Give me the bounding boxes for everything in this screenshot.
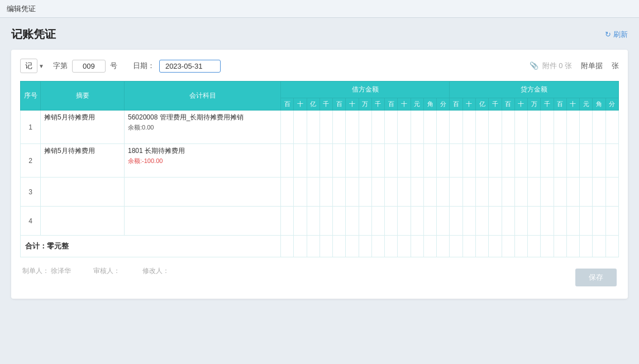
credit-amount-cell[interactable] xyxy=(489,178,502,207)
debit-amount-cell[interactable] xyxy=(385,178,398,207)
credit-amount-cell[interactable] xyxy=(541,111,554,144)
debit-amount-cell[interactable] xyxy=(423,111,436,144)
account-cell[interactable]: 56020008 管理费用_长期待摊费用摊销余额:0.00 xyxy=(125,111,281,144)
credit-amount-cell[interactable] xyxy=(502,207,514,236)
refresh-button[interactable]: ↻ 刷新 xyxy=(605,30,628,40)
credit-amount-cell[interactable] xyxy=(462,178,475,207)
credit-amount-cell[interactable] xyxy=(554,178,566,207)
debit-amount-cell[interactable] xyxy=(320,178,332,207)
debit-amount-cell[interactable] xyxy=(359,207,371,236)
debit-amount-cell[interactable] xyxy=(333,144,346,178)
attach-link[interactable]: 📎 附件 0 张 xyxy=(530,61,572,71)
debit-amount-cell[interactable] xyxy=(281,144,294,178)
summary-cell[interactable]: 摊销5月待摊费用 xyxy=(41,144,125,178)
debit-amount-cell[interactable] xyxy=(307,178,320,207)
credit-amount-cell[interactable] xyxy=(475,178,488,207)
debit-amount-cell[interactable] xyxy=(398,178,411,207)
summary-cell[interactable]: 摊销5月待摊费用 xyxy=(41,111,125,144)
credit-amount-cell[interactable] xyxy=(566,111,579,144)
debit-amount-cell[interactable] xyxy=(371,207,384,236)
account-cell[interactable] xyxy=(125,207,281,236)
credit-amount-cell[interactable] xyxy=(450,207,462,236)
credit-amount-cell[interactable] xyxy=(528,111,541,144)
debit-amount-cell[interactable] xyxy=(320,111,332,144)
debit-amount-cell[interactable] xyxy=(359,144,371,178)
credit-amount-cell[interactable] xyxy=(580,207,593,236)
debit-amount-cell[interactable] xyxy=(307,111,320,144)
debit-amount-cell[interactable] xyxy=(333,207,346,236)
debit-amount-cell[interactable] xyxy=(398,144,411,178)
credit-amount-cell[interactable] xyxy=(593,178,605,207)
debit-amount-cell[interactable] xyxy=(423,178,436,207)
credit-amount-cell[interactable] xyxy=(605,111,618,144)
credit-amount-cell[interactable] xyxy=(514,178,527,207)
debit-amount-cell[interactable] xyxy=(294,144,307,178)
debit-amount-cell[interactable] xyxy=(346,144,359,178)
credit-amount-cell[interactable] xyxy=(541,178,554,207)
debit-amount-cell[interactable] xyxy=(398,111,411,144)
debit-amount-cell[interactable] xyxy=(346,207,359,236)
debit-amount-cell[interactable] xyxy=(385,144,398,178)
debit-amount-cell[interactable] xyxy=(307,144,320,178)
credit-amount-cell[interactable] xyxy=(475,144,488,178)
credit-amount-cell[interactable] xyxy=(605,144,618,178)
credit-amount-cell[interactable] xyxy=(566,207,579,236)
credit-amount-cell[interactable] xyxy=(462,111,475,144)
credit-amount-cell[interactable] xyxy=(514,207,527,236)
debit-amount-cell[interactable] xyxy=(411,178,423,207)
debit-amount-cell[interactable] xyxy=(320,207,332,236)
credit-amount-cell[interactable] xyxy=(541,144,554,178)
credit-amount-cell[interactable] xyxy=(450,144,462,178)
debit-amount-cell[interactable] xyxy=(371,111,384,144)
credit-amount-cell[interactable] xyxy=(514,111,527,144)
debit-amount-cell[interactable] xyxy=(411,207,423,236)
credit-amount-cell[interactable] xyxy=(489,111,502,144)
debit-amount-cell[interactable] xyxy=(437,178,450,207)
credit-amount-cell[interactable] xyxy=(593,111,605,144)
summary-cell[interactable] xyxy=(41,207,125,236)
debit-amount-cell[interactable] xyxy=(411,111,423,144)
credit-amount-cell[interactable] xyxy=(528,178,541,207)
debit-amount-cell[interactable] xyxy=(371,178,384,207)
debit-amount-cell[interactable] xyxy=(385,111,398,144)
credit-amount-cell[interactable] xyxy=(605,178,618,207)
credit-amount-cell[interactable] xyxy=(514,144,527,178)
credit-amount-cell[interactable] xyxy=(502,178,514,207)
credit-amount-cell[interactable] xyxy=(593,144,605,178)
credit-amount-cell[interactable] xyxy=(566,178,579,207)
debit-amount-cell[interactable] xyxy=(398,207,411,236)
debit-amount-cell[interactable] xyxy=(423,144,436,178)
credit-amount-cell[interactable] xyxy=(554,144,566,178)
credit-amount-cell[interactable] xyxy=(580,111,593,144)
credit-amount-cell[interactable] xyxy=(489,207,502,236)
debit-amount-cell[interactable] xyxy=(281,178,294,207)
account-cell[interactable]: 1801 长期待摊费用余额:-100.00 xyxy=(125,144,281,178)
credit-amount-cell[interactable] xyxy=(554,207,566,236)
debit-amount-cell[interactable] xyxy=(385,207,398,236)
debit-amount-cell[interactable] xyxy=(281,111,294,144)
debit-amount-cell[interactable] xyxy=(359,111,371,144)
fudanju-button[interactable]: 附单据 xyxy=(581,61,603,71)
debit-amount-cell[interactable] xyxy=(281,207,294,236)
debit-amount-cell[interactable] xyxy=(294,111,307,144)
credit-amount-cell[interactable] xyxy=(502,144,514,178)
debit-amount-cell[interactable] xyxy=(423,207,436,236)
debit-amount-cell[interactable] xyxy=(371,144,384,178)
credit-amount-cell[interactable] xyxy=(450,111,462,144)
credit-amount-cell[interactable] xyxy=(528,144,541,178)
summary-cell[interactable] xyxy=(41,178,125,207)
zi-number-input[interactable] xyxy=(72,60,106,73)
save-button[interactable]: 保存 xyxy=(575,269,617,286)
debit-amount-cell[interactable] xyxy=(359,178,371,207)
date-input[interactable] xyxy=(159,60,221,73)
table-row[interactable]: 4 xyxy=(21,207,619,236)
debit-amount-cell[interactable] xyxy=(346,178,359,207)
ji-type-select[interactable]: 记 ▼ xyxy=(20,59,44,73)
debit-amount-cell[interactable] xyxy=(333,178,346,207)
credit-amount-cell[interactable] xyxy=(475,207,488,236)
credit-amount-cell[interactable] xyxy=(554,111,566,144)
debit-amount-cell[interactable] xyxy=(437,144,450,178)
credit-amount-cell[interactable] xyxy=(502,111,514,144)
credit-amount-cell[interactable] xyxy=(475,111,488,144)
table-row[interactable]: 3 xyxy=(21,178,619,207)
